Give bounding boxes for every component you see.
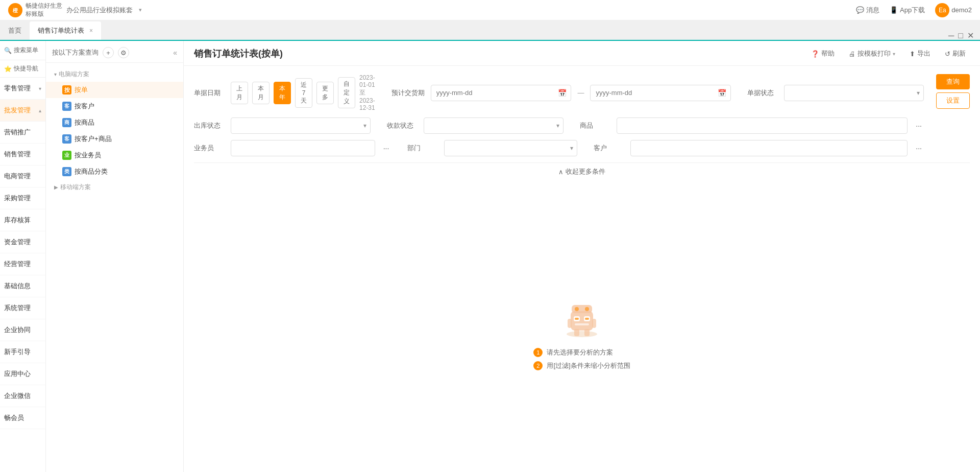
star-icon: ⭐ bbox=[4, 65, 12, 73]
sidebar-item-wechat[interactable]: 企业微信 bbox=[0, 385, 45, 407]
category-icon: 类 bbox=[62, 167, 71, 176]
logo-text: 畅捷信好生意 标账版 bbox=[26, 2, 62, 18]
sidebar-item-collab[interactable]: 企业协同 bbox=[0, 319, 45, 341]
goods-label: 商品 bbox=[580, 121, 610, 130]
user-menu[interactable]: Ea demo2 bbox=[935, 3, 972, 17]
sidebar-item-retail[interactable]: 零售管理 ▾ bbox=[0, 78, 45, 100]
empty-hint-1: 1 请先选择要分析的方案 bbox=[533, 348, 630, 357]
receipt-status-select[interactable] bbox=[424, 117, 564, 134]
date-group: 上月 本月 本年 近7天 更多 自定义 2023-01-01 至 2023-12… bbox=[231, 74, 375, 111]
date-btn-thismonth[interactable]: 本月 bbox=[252, 82, 270, 104]
sidebar-item-marketing[interactable]: 营销推广 bbox=[0, 122, 45, 144]
header-right: 💬 消息 📱 App下载 Ea demo2 bbox=[856, 3, 972, 17]
svg-rect-11 bbox=[574, 329, 579, 336]
expected-delivery-start-input[interactable] bbox=[431, 89, 554, 97]
expected-delivery-end-input[interactable] bbox=[591, 89, 714, 97]
sidebar-search[interactable]: 🔍 搜索菜单 bbox=[0, 41, 45, 60]
salesman-icon: 业 bbox=[62, 151, 71, 160]
print-icon: 🖨 bbox=[849, 50, 855, 58]
tree-section-pc[interactable]: ▾ 电脑端方案 bbox=[46, 67, 183, 82]
calendar-icon[interactable]: 📅 bbox=[554, 89, 571, 97]
tree-item-by-goods[interactable]: 商 按商品 bbox=[46, 114, 183, 131]
tree-item-by-customer[interactable]: 客 按客户 bbox=[46, 98, 183, 114]
main-layout: 🔍 搜索菜单 ⭐ 快捷导航 零售管理 ▾ 批发管理 ▴ 营销推广 销售管理 电商… bbox=[0, 41, 980, 472]
svg-rect-10 bbox=[592, 319, 596, 328]
sidebar-item-inventory[interactable]: 库存核算 bbox=[0, 209, 45, 231]
receipt-status-wrapper: ▾ bbox=[424, 117, 564, 134]
refresh-btn[interactable]: ↺ 刷新 bbox=[941, 47, 970, 60]
svg-point-14 bbox=[575, 307, 579, 311]
date-btn-thisyear[interactable]: 本年 bbox=[274, 82, 291, 104]
order-status-select[interactable] bbox=[784, 85, 924, 101]
collapse-arrow-icon: ∧ bbox=[558, 168, 564, 176]
settings-btn[interactable]: 设置 bbox=[936, 92, 970, 109]
sidebar-item-sales[interactable]: 销售管理 bbox=[0, 144, 45, 166]
page-header: 销售订单统计表(按单) ❓ 帮助 🖨 按模板打印 ▾ ⬆ 导出 bbox=[184, 41, 980, 66]
date-btn-custom[interactable]: 自定义 bbox=[338, 77, 355, 108]
department-wrapper: ▾ bbox=[444, 140, 577, 156]
sidebar-item-basic[interactable]: 基础信息 bbox=[0, 275, 45, 297]
sidebar-quicknav[interactable]: ⭐ 快捷导航 bbox=[0, 60, 45, 78]
refresh-icon: ↺ bbox=[945, 50, 950, 58]
breadcrumb[interactable]: 办公用品行业模拟账套 bbox=[66, 6, 133, 15]
sidebar-item-member[interactable]: 畅会员 bbox=[0, 407, 45, 429]
customer-label: 客户 bbox=[594, 144, 624, 153]
expected-delivery-label: 预计交货期 bbox=[391, 88, 425, 98]
page-header-actions: ❓ 帮助 🖨 按模板打印 ▾ ⬆ 导出 ↺ 刷新 bbox=[807, 47, 970, 65]
delivery-status-select[interactable] bbox=[231, 117, 371, 134]
tree-item-by-salesman[interactable]: 业 按业务员 bbox=[46, 147, 183, 163]
customer-more-icon[interactable]: ··· bbox=[914, 144, 924, 152]
receipt-status-label: 收款状态 bbox=[387, 121, 418, 130]
tree-item-by-customer-goods[interactable]: 客 按客户+商品 bbox=[46, 131, 183, 147]
salesman-input[interactable] bbox=[231, 140, 375, 156]
sidebar-item-newguide[interactable]: 新手引导 bbox=[0, 341, 45, 363]
empty-state: 1 请先选择要分析的方案 2 用[过滤]条件来缩小分析范围 bbox=[184, 188, 980, 472]
svg-rect-6 bbox=[575, 318, 579, 320]
window-minimize-btn[interactable]: ─ bbox=[948, 32, 954, 40]
customer-input[interactable] bbox=[630, 140, 908, 156]
breadcrumb-arrow-icon[interactable]: ▾ bbox=[139, 7, 142, 13]
expected-delivery-start[interactable]: 📅 bbox=[431, 85, 572, 101]
tab-close-icon[interactable]: × bbox=[89, 27, 93, 34]
empty-svg bbox=[556, 291, 607, 342]
search-icon: 🔍 bbox=[4, 47, 12, 54]
svg-rect-7 bbox=[585, 318, 589, 320]
filter-section: 单据日期 上月 本月 本年 近7天 更多 自定义 2023-01-01 至 20… bbox=[184, 66, 980, 188]
add-scheme-btn[interactable]: + bbox=[103, 47, 114, 58]
tree-item-by-order[interactable]: 按 按单 bbox=[46, 82, 183, 98]
goods-more-icon[interactable]: ··· bbox=[914, 122, 924, 130]
tree-section-mobile[interactable]: ▶ 移动端方案 bbox=[46, 180, 183, 195]
date-btn-7days[interactable]: 近7天 bbox=[295, 78, 312, 108]
template-print-btn[interactable]: 🖨 按模板打印 ▾ bbox=[845, 47, 899, 60]
collapse-filter-btn[interactable]: ∧ 收起更多条件 bbox=[194, 162, 970, 180]
sidebar-item-wholesale[interactable]: 批发管理 ▴ bbox=[0, 100, 45, 122]
query-btn[interactable]: 查询 bbox=[936, 74, 970, 89]
message-btn[interactable]: 💬 消息 bbox=[856, 6, 879, 15]
date-btn-lastmonth[interactable]: 上月 bbox=[231, 82, 248, 104]
sidebar-item-management[interactable]: 经营管理 bbox=[0, 253, 45, 275]
sidebar-item-system[interactable]: 系统管理 bbox=[0, 297, 45, 319]
calendar-end-icon[interactable]: 📅 bbox=[714, 89, 730, 97]
settings-scheme-btn[interactable]: ⚙ bbox=[118, 47, 129, 58]
app-download-btn[interactable]: 📱 App下载 bbox=[890, 6, 925, 15]
sidebar-item-finance[interactable]: 资金管理 bbox=[0, 231, 45, 253]
hint-num-1: 1 bbox=[533, 348, 543, 357]
expected-delivery-end[interactable]: 📅 bbox=[590, 85, 731, 101]
collapse-panel-btn[interactable]: « bbox=[173, 49, 177, 57]
salesman-more-icon[interactable]: ··· bbox=[381, 144, 391, 152]
sidebar-item-ecommerce[interactable]: 电商管理 bbox=[0, 166, 45, 187]
tab-home[interactable]: 首页 bbox=[0, 21, 30, 40]
tree-item-by-category[interactable]: 类 按商品分类 bbox=[46, 163, 183, 180]
salesman-label: 业务员 bbox=[194, 144, 225, 153]
date-btn-more[interactable]: 更多 bbox=[316, 82, 334, 104]
window-close-btn[interactable]: ✕ bbox=[967, 32, 974, 40]
date-range-text: 2023-01-01 至 2023-12-31 bbox=[359, 74, 375, 111]
tab-active[interactable]: 销售订单统计表 × bbox=[30, 21, 101, 40]
sidebar-item-appcenter[interactable]: 应用中心 bbox=[0, 363, 45, 385]
sidebar-item-purchase[interactable]: 采购管理 bbox=[0, 187, 45, 209]
export-btn[interactable]: ⬆ 导出 bbox=[905, 47, 935, 60]
window-maximize-btn[interactable]: □ bbox=[958, 32, 963, 40]
help-btn[interactable]: ❓ 帮助 bbox=[807, 47, 839, 60]
goods-input[interactable] bbox=[617, 117, 908, 134]
department-select[interactable] bbox=[444, 140, 577, 156]
